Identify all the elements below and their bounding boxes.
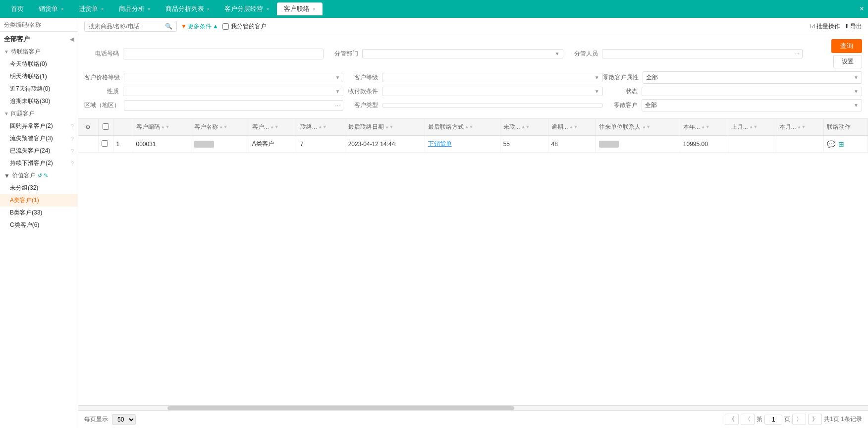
page-number-input[interactable] (764, 415, 782, 425)
nav-item-purchase[interactable]: 进货单× (72, 2, 111, 15)
sidebar-value-item[interactable]: A类客户(1) (0, 194, 78, 207)
bulk-op-checkbox-icon: ☑ (810, 23, 815, 30)
last-method-link[interactable]: 下销货单 (428, 140, 452, 147)
col-this-year-label: 本年... (683, 123, 700, 131)
query-button[interactable]: 查询 (831, 39, 862, 53)
bulk-op-button[interactable]: ☑ 批量操作 (810, 22, 840, 31)
sidebar-pending-item[interactable]: 明天待联络(1) (0, 70, 78, 83)
col-header-no-contact[interactable]: 未联... ▲▼ (500, 119, 548, 136)
nav-item-customer-contact[interactable]: 客户联络× (277, 2, 323, 15)
row-checkbox[interactable] (102, 140, 108, 147)
nav-item-goods-analysis-list[interactable]: 商品分析列表× (159, 2, 217, 15)
col-header-contact[interactable]: 联络... ▲▼ (297, 119, 345, 136)
nav-item-home[interactable]: 首页 (4, 2, 31, 15)
col-this-month-label: 本月... (779, 123, 796, 131)
next-page-button[interactable]: 〉 (792, 414, 806, 425)
col-header-unit-contact[interactable]: 往来单位联系人 ▲▼ (596, 119, 680, 136)
sidebar-value-item[interactable]: 未分组(32) (0, 182, 78, 194)
col-header-gear[interactable]: ⚙ (78, 119, 98, 136)
sidebar-problem-item[interactable]: 流失预警客户(3)? (0, 132, 78, 145)
help-icon[interactable]: ? (71, 148, 74, 154)
col-header-last-method[interactable]: 最后联络方式 ▲▼ (425, 119, 500, 136)
status-select[interactable]: ▼ (642, 87, 862, 96)
nav-close-icon-customer-contact[interactable]: × (313, 6, 316, 12)
col-header-checkbox[interactable] (98, 119, 113, 136)
my-customers-checkbox[interactable] (222, 23, 229, 30)
region-select[interactable]: ··· (124, 100, 343, 111)
nav-close-icon-purchase[interactable]: × (101, 6, 104, 12)
more-conditions-button[interactable]: ▼ 更多条件 ▲ (181, 22, 218, 31)
all-customers-header[interactable]: 全部客户 ◀ (0, 32, 78, 46)
col-header-this-year[interactable]: 本年... ▲▼ (680, 119, 728, 136)
sidebar-search-input[interactable] (4, 21, 78, 28)
horizontal-scrollbar[interactable] (78, 405, 868, 410)
manager-select[interactable]: ··· (602, 49, 803, 58)
problem-item-label: 已流失客户(24) (10, 147, 50, 155)
last-page-button[interactable]: 》 (808, 414, 822, 425)
help-icon[interactable]: ? (71, 123, 74, 129)
sidebar-problem-item[interactable]: 已流失客户(24)? (0, 145, 78, 157)
help-icon[interactable]: ? (71, 136, 74, 142)
close-all-button[interactable]: × (860, 4, 864, 13)
help-icon[interactable]: ? (71, 160, 74, 166)
nav-close-icon-goods-analysis[interactable]: × (148, 6, 151, 12)
nature-select[interactable]: ▼ (123, 87, 343, 96)
nature-arrow-icon: ▼ (335, 89, 340, 94)
region-label: 区域（地区） (84, 101, 120, 109)
sidebar-problem-item[interactable]: 持续下滑客户(2)? (0, 157, 78, 169)
sidebar-value-item[interactable]: B类客户(33) (0, 207, 78, 219)
select-all-checkbox[interactable] (103, 123, 109, 130)
col-header-last-month[interactable]: 上月... ▲▼ (728, 119, 776, 136)
nav-close-icon-customer-segment[interactable]: × (266, 6, 269, 12)
col-header-type[interactable]: 客户... ▲▼ (249, 119, 297, 136)
nav-item-goods-analysis[interactable]: 商品分析× (112, 2, 158, 15)
scrollbar-thumb[interactable] (167, 406, 514, 410)
col-header-name[interactable]: 客户名称 ▲▼ (191, 119, 249, 136)
qr-action-icon[interactable]: ⊞ (838, 140, 844, 148)
nav-close-icon-goods-analysis-list[interactable]: × (207, 6, 210, 12)
filter-search-box: 🔍 (84, 21, 177, 32)
retail-select[interactable]: 全部 ▼ (642, 99, 862, 111)
first-page-button[interactable]: 《 (725, 414, 739, 425)
prev-page-button[interactable]: 〈 (741, 414, 755, 425)
value-customers-group[interactable]: ▼ 价值客户 ↺ ✎ (0, 169, 78, 182)
col-code-label: 客户编码 (136, 123, 160, 131)
sidebar-problem-item[interactable]: 回购异常客户(2)? (0, 120, 78, 132)
sidebar-pending-item[interactable]: 今天待联络(0) (0, 58, 78, 70)
region-dots-icon[interactable]: ··· (335, 102, 340, 109)
cust-level-select[interactable]: ▼ (382, 73, 602, 82)
dept-select[interactable]: ▼ (362, 49, 563, 58)
nav-item-customer-segment[interactable]: 客户分层经营× (217, 2, 276, 15)
export-button[interactable]: ⬆ 导出 (844, 22, 862, 31)
price-level-select[interactable]: ▼ (124, 73, 343, 82)
nav-item-sales[interactable]: 销货单× (32, 2, 71, 15)
filter-search-icon[interactable]: 🔍 (165, 23, 172, 30)
setting-button[interactable]: 设置 (833, 55, 862, 68)
page-size-select[interactable]: 50 (112, 414, 136, 425)
pending-contact-group[interactable]: ▼ 待联络客户 (0, 46, 78, 58)
col-header-overdue[interactable]: 逾期... ▲▼ (548, 119, 596, 136)
col-header-last-date[interactable]: 最后联络日期 ▲▼ (345, 119, 425, 136)
my-customers-checkbox-label[interactable]: 我分管的客户 (222, 22, 267, 31)
total-records-label: 共1页 1条记录 (824, 415, 862, 424)
retail-attr-select[interactable]: 全部 ▼ (643, 71, 862, 84)
edit-icon[interactable]: ✎ (44, 172, 48, 179)
col-header-code[interactable]: 客户编码 ▲▼ (133, 119, 191, 136)
sidebar-value-item[interactable]: C类客户(6) (0, 219, 78, 231)
phone-input[interactable] (123, 49, 324, 59)
payment-select[interactable]: ▼ (382, 87, 602, 96)
problem-item-label: 回购异常客户(2) (10, 122, 53, 130)
nav-close-icon-sales[interactable]: × (61, 6, 64, 12)
col-header-this-month[interactable]: 本月... ▲▼ (776, 119, 824, 136)
sidebar-pending-item[interactable]: 近7天待联络(0) (0, 83, 78, 95)
sidebar-pending-item[interactable]: 逾期未联络(30) (0, 95, 78, 107)
cust-level-arrow-icon: ▼ (595, 75, 599, 80)
refresh-icon[interactable]: ↺ (38, 172, 42, 179)
filter-cell-manager: 分管人员 ··· (563, 49, 803, 58)
filter-search-input[interactable] (89, 23, 163, 30)
problem-customers-group[interactable]: ▼ 问题客户 (0, 107, 78, 120)
comment-action-icon[interactable]: 💬 (827, 140, 835, 148)
retail-arrow-icon: ▼ (854, 103, 859, 108)
cust-type-select[interactable] (382, 104, 602, 107)
content-area: 🔍 ▼ 更多条件 ▲ 我分管的客户 ☑ 批量操作 (78, 18, 868, 428)
